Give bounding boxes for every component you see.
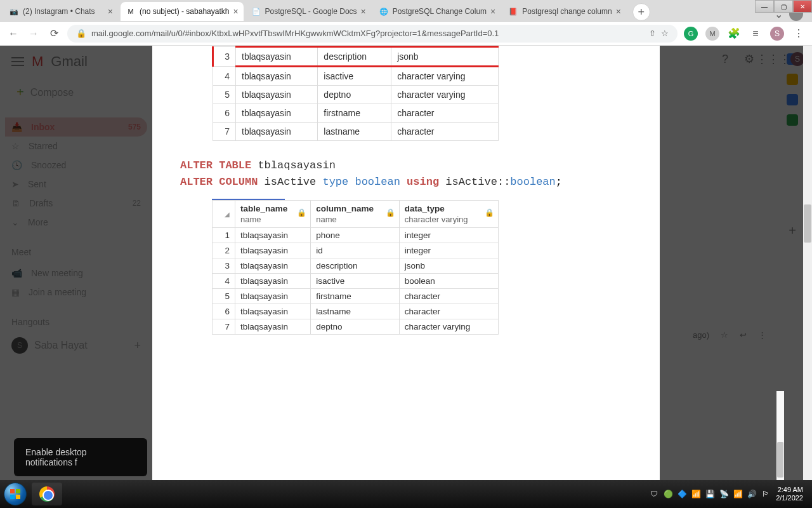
row-number: 5 <box>213 289 235 304</box>
cell-data-type: character <box>399 304 498 319</box>
chrome-menu-icon[interactable]: ⋮ <box>792 27 806 41</box>
browser-tab[interactable]: 📷 (2) Instagram • Chats × <box>4 2 118 21</box>
table-row: 5 tblaqsayasin firstname character <box>213 289 499 304</box>
tray-icon[interactable]: 🟢 <box>663 489 673 499</box>
cell-table-name: tblaqsayasin <box>235 228 311 243</box>
browser-tab[interactable]: 📄 PostgreSQL - Google Docs × <box>246 2 371 21</box>
clock-date: 2/1/2022 <box>776 494 803 502</box>
cell-data-type: jsonb <box>391 47 499 67</box>
table-row: 5 tblaqsayasin deptno character varying <box>213 86 499 104</box>
sql-code-block: ALTER TABLE tblaqsayasin ALTER COLUMN is… <box>180 157 632 190</box>
table-row: 3 tblaqsayasin description jsonb <box>213 258 499 274</box>
cell-data-type: jsonb <box>399 258 498 274</box>
cell-table-name: tblaqsayasin <box>235 274 311 289</box>
cell-data-type: character varying <box>391 67 499 86</box>
tab-close-icon[interactable]: × <box>616 6 621 17</box>
browser-tab[interactable]: 📕 Postgresql change column × <box>503 2 626 21</box>
cell-column-name: deptno <box>311 319 400 335</box>
browser-tab[interactable]: M (no subject) - sabahayatkh × <box>121 2 244 21</box>
system-tray: 🛡🟢🔷📶💾📡📶🔊🏳 2:49 AM 2/1/2022 <box>649 486 808 502</box>
tab-close-icon[interactable]: × <box>233 6 238 17</box>
svg-rect-3 <box>16 495 20 499</box>
tab-favicon: M <box>126 6 136 17</box>
new-tab-button[interactable]: + <box>632 3 650 21</box>
tab-close-icon[interactable]: × <box>490 6 495 17</box>
row-number: 4 <box>213 67 236 86</box>
column-header[interactable]: column_namename🔒 <box>311 201 400 228</box>
cell-table-name: tblaqsayasin <box>235 243 311 258</box>
extension-m-icon[interactable]: M <box>705 27 719 41</box>
toolbar-extensions: G M 🧩 ≡ S ⋮ <box>684 27 806 41</box>
tab-title: PostgreSQL Change Colum <box>393 7 487 16</box>
preview-scrollbar-thumb[interactable] <box>777 442 783 478</box>
tray-icon[interactable]: 📶 <box>733 489 743 499</box>
tray-icon[interactable]: 📶 <box>691 489 701 499</box>
close-button[interactable]: ✕ <box>793 0 812 13</box>
row-number: 2 <box>213 243 235 258</box>
scrollbar-thumb[interactable] <box>804 204 811 243</box>
url-field[interactable]: 🔒 mail.google.com/mail/u/0/#inbox/KtbxLw… <box>67 25 678 43</box>
cell-column-name: lastname <box>318 123 391 141</box>
tray-icon[interactable]: 🔊 <box>747 489 757 499</box>
row-number: 6 <box>213 104 236 123</box>
maximize-button[interactable]: ▢ <box>774 0 793 13</box>
cell-table-name: tblaqsayasin <box>235 319 311 335</box>
browser-tab[interactable]: 🌐 PostgreSQL Change Colum × <box>374 2 501 21</box>
cell-column-name: firstname <box>311 289 400 304</box>
row-number: 6 <box>213 304 235 319</box>
extensions-puzzle-icon[interactable]: 🧩 <box>727 27 741 41</box>
cell-table-name: tblaqsayasin <box>235 289 311 304</box>
tab-favicon: 🌐 <box>379 6 389 17</box>
tray-icon[interactable]: 🛡 <box>649 489 659 499</box>
address-bar: ← → ⟳ 🔒 mail.google.com/mail/u/0/#inbox/… <box>0 22 812 46</box>
tray-icon[interactable]: 💾 <box>705 489 715 499</box>
column-header[interactable]: table_namename🔒 <box>235 201 311 228</box>
page-scrollbar[interactable] <box>803 46 812 480</box>
svg-rect-1 <box>16 489 20 493</box>
share-icon[interactable]: ⇧ <box>649 29 656 38</box>
cell-column-name: description <box>311 258 400 274</box>
tab-title: (2) Instagram • Chats <box>23 7 104 16</box>
row-number: 1 <box>213 228 235 243</box>
cell-data-type: integer <box>399 228 498 243</box>
row-number: 7 <box>213 319 235 335</box>
chrome-taskbar-button[interactable] <box>32 483 62 505</box>
cell-column-name: firstname <box>318 104 391 123</box>
taskbar-clock[interactable]: 2:49 AM 2/1/2022 <box>776 486 808 502</box>
tab-close-icon[interactable]: × <box>108 6 113 17</box>
clock-time: 2:49 AM <box>776 486 803 494</box>
reload-button[interactable]: ⟳ <box>47 27 61 41</box>
cell-column-name: isactive <box>311 274 400 289</box>
table-row: 7 tblaqsayasin lastname character <box>213 123 499 141</box>
minimize-button[interactable]: — <box>755 0 774 13</box>
cell-data-type: character <box>399 289 498 304</box>
chrome-profile-avatar[interactable]: S <box>770 27 784 41</box>
forward-button[interactable]: → <box>27 27 41 41</box>
attachment-preview: 3 tblaqsayasin description jsonb4 tblaqs… <box>152 46 660 480</box>
lock-icon: 🔒 <box>386 208 395 218</box>
back-button[interactable]: ← <box>6 27 20 41</box>
reading-list-icon[interactable]: ≡ <box>749 27 763 41</box>
url-text: mail.google.com/mail/u/0/#inbox/KtbxLwHP… <box>91 29 499 38</box>
cell-column-name: deptno <box>318 86 391 104</box>
preview-scrollbar[interactable] <box>776 391 784 480</box>
tab-close-icon[interactable]: × <box>361 6 366 17</box>
tray-icon[interactable]: 🏳 <box>761 489 771 499</box>
row-number: 3 <box>213 258 235 274</box>
desktop-notification-prompt[interactable]: Enable desktop notifications f <box>14 438 147 476</box>
column-header[interactable]: data_typecharacter varying🔒 <box>399 201 498 228</box>
bookmark-star-icon[interactable]: ☆ <box>661 29 669 38</box>
tab-favicon: 📕 <box>508 6 518 17</box>
browser-tabs-bar: 📷 (2) Instagram • Chats ×M (no subject) … <box>0 0 812 22</box>
lock-icon: 🔒 <box>76 29 86 38</box>
grammarly-icon[interactable]: G <box>684 27 698 41</box>
start-button[interactable] <box>4 483 27 505</box>
tray-icon[interactable]: 🔷 <box>677 489 687 499</box>
row-number: 4 <box>213 274 235 289</box>
cell-data-type: integer <box>399 243 498 258</box>
cell-table-name: tblaqsayasin <box>236 86 318 104</box>
table-row: 4 tblaqsayasin isactive character varyin… <box>213 67 499 86</box>
window-controls: — ▢ ✕ <box>755 0 812 13</box>
windows-logo-icon <box>10 488 21 500</box>
tray-icon[interactable]: 📡 <box>719 489 729 499</box>
